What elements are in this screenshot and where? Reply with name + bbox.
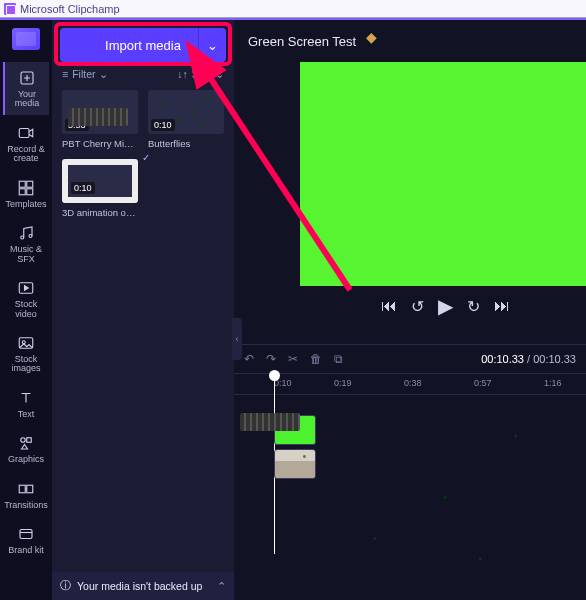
sidebar-item-text[interactable]: Text: [3, 382, 49, 425]
filter-button[interactable]: ≡ Filter ⌄: [62, 68, 108, 80]
ruler-tick: 1:16: [544, 378, 562, 388]
media-thumbnail: 0:10: [148, 90, 224, 134]
sidebar-item-music[interactable]: Music & SFX: [3, 217, 49, 270]
chevron-left-icon: ‹: [236, 334, 239, 344]
templates-icon: [16, 178, 36, 198]
sidebar-item-label: Brand kit: [8, 546, 44, 555]
split-button[interactable]: ✂: [288, 352, 298, 366]
ruler-tick: 0:19: [334, 378, 352, 388]
redo-button[interactable]: ↷: [266, 352, 276, 366]
svg-rect-2: [19, 181, 25, 187]
media-item[interactable]: 0:10 3D animation of …: [62, 159, 138, 218]
backup-message: Your media isn't backed up: [77, 580, 202, 592]
svg-rect-3: [27, 181, 33, 187]
svg-rect-15: [20, 530, 32, 539]
sidebar-item-brand-kit[interactable]: Brand kit: [3, 518, 49, 561]
sidebar-item-label: Text: [18, 410, 35, 419]
copy-button[interactable]: ⧉: [334, 352, 343, 366]
timeline-tracks[interactable]: [234, 395, 586, 600]
time-total: 00:10.33: [533, 353, 576, 365]
svg-rect-13: [19, 485, 25, 493]
preview-area: ⏮ ↺ ▶ ↻ ⏭: [234, 62, 586, 344]
media-title: PBT Cherry Mi…: [62, 138, 138, 149]
media-thumbnail: 5:53: [62, 90, 138, 134]
app-logo[interactable]: [12, 28, 40, 50]
timeline-ruler[interactable]: 0:10 0:19 0:38 0:57 1:16: [234, 373, 586, 395]
import-media-dropdown[interactable]: ⌄: [198, 28, 226, 62]
video-preview[interactable]: [300, 62, 586, 286]
sidebar-item-transitions[interactable]: Transitions: [3, 473, 49, 516]
sidebar-item-label: Stock images: [3, 355, 49, 374]
sidebar-item-graphics[interactable]: Graphics: [3, 427, 49, 470]
filter-icon: ≡: [62, 68, 68, 80]
media-item[interactable]: 0:10 Butterflies: [148, 90, 224, 149]
stage-area: Green Screen Test ◆ ⏮ ↺ ▶ ↻ ⏭ ↶ ↷ ✂ 🗑 ⧉: [234, 20, 586, 600]
svg-point-11: [21, 438, 26, 443]
sidebar-item-stock-video[interactable]: Stock video: [3, 272, 49, 325]
import-media-label: Import media: [105, 38, 181, 53]
sidebar-item-label: Record & create: [3, 145, 49, 164]
svg-point-7: [29, 235, 32, 238]
svg-rect-4: [19, 189, 25, 195]
app-logo-small: [4, 3, 16, 15]
media-toolbar: ≡ Filter ⌄ ↓↑ Sort ⌄: [52, 68, 234, 86]
media-grid: 5:53 PBT Cherry Mi… ✓ 0:10 Butterflies 0…: [52, 86, 234, 222]
chevron-up-icon: ⌃: [217, 580, 226, 592]
ruler-tick: 0:57: [474, 378, 492, 388]
rewind-button[interactable]: ↺: [411, 297, 424, 316]
sidebar-item-label: Stock video: [3, 300, 49, 319]
stage-header: Green Screen Test ◆: [234, 20, 586, 62]
sort-button[interactable]: ↓↑ Sort ⌄: [177, 68, 224, 80]
window-title: Microsoft Clipchamp: [20, 3, 120, 15]
media-duration: 0:10: [151, 119, 175, 131]
transport-controls: ⏮ ↺ ▶ ↻ ⏭: [300, 286, 586, 326]
undo-button[interactable]: ↶: [244, 352, 254, 366]
media-duration: 5:53: [65, 119, 89, 131]
media-thumbnail: 0:10: [62, 159, 138, 203]
chevron-down-icon: ⌄: [207, 38, 218, 53]
timeline: ↶ ↷ ✂ 🗑 ⧉ 00:10.33 / 00:10.33 0:10 0:19 …: [234, 344, 586, 600]
graphics-icon: [16, 433, 36, 453]
transitions-icon: [16, 479, 36, 499]
sidebar-item-templates[interactable]: Templates: [3, 172, 49, 215]
svg-rect-1: [19, 128, 29, 137]
sidebar-item-label: Your media: [5, 90, 49, 109]
used-check-icon: ✓: [142, 152, 150, 163]
import-media-button[interactable]: Import media ⌄: [60, 28, 226, 62]
forward-button[interactable]: ↻: [467, 297, 480, 316]
sidebar-item-your-media[interactable]: Your media: [3, 62, 49, 115]
project-title[interactable]: Green Screen Test: [248, 34, 356, 49]
skip-end-button[interactable]: ⏭: [494, 297, 510, 315]
stockimg-icon: [16, 333, 36, 353]
collapse-panel-button[interactable]: ‹: [232, 318, 242, 360]
svg-rect-12: [27, 438, 32, 443]
media-panel: Import media ⌄ ≡ Filter ⌄ ↓↑ Sort ⌄: [52, 20, 234, 600]
media-duration: 0:10: [71, 182, 95, 194]
window-titlebar: Microsoft Clipchamp: [0, 0, 586, 18]
svg-point-6: [21, 236, 24, 239]
premium-diamond-icon[interactable]: ◆: [366, 29, 377, 45]
play-button[interactable]: ▶: [438, 294, 453, 318]
timeline-toolbar: ↶ ↷ ✂ 🗑 ⧉ 00:10.33 / 00:10.33: [234, 345, 586, 373]
media-title: 3D animation of …: [62, 207, 138, 218]
music-icon: [16, 223, 36, 243]
time-current: 00:10.33: [481, 353, 524, 365]
delete-button[interactable]: 🗑: [310, 352, 322, 366]
svg-rect-5: [27, 189, 33, 195]
svg-rect-14: [27, 485, 33, 493]
stockvideo-icon: [16, 278, 36, 298]
ruler-tick: 0:38: [404, 378, 422, 388]
brand-icon: [16, 524, 36, 544]
backup-warning-bar[interactable]: ⓘ Your media isn't backed up ⌃: [52, 572, 234, 600]
add-icon: [17, 68, 37, 88]
skip-start-button[interactable]: ⏮: [381, 297, 397, 315]
media-item[interactable]: 5:53 PBT Cherry Mi… ✓: [62, 90, 138, 149]
media-title: Butterflies: [148, 138, 224, 149]
sidebar-item-stock-images[interactable]: Stock images: [3, 327, 49, 380]
text-icon: [16, 388, 36, 408]
timeline-timecode: 00:10.33 / 00:10.33: [481, 353, 576, 365]
sidebar-item-label: Graphics: [8, 455, 44, 464]
sort-icon: ↓↑: [177, 68, 188, 80]
sidebar-item-record[interactable]: Record & create: [3, 117, 49, 170]
filter-label: Filter: [72, 68, 95, 80]
